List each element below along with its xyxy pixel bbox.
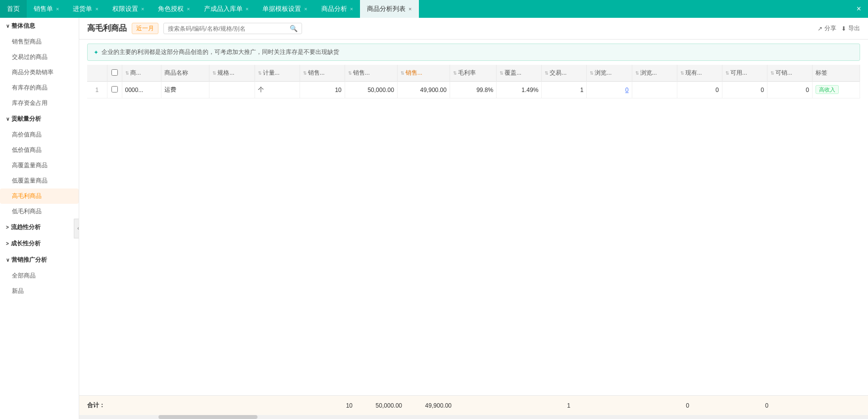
sidebar-item-新品[interactable]: 新品 (0, 283, 79, 299)
sidebar-section-贡献量分析[interactable]: ∨贡献量分析 (0, 111, 79, 127)
info-icon: ✦ (94, 49, 99, 56)
sidebar-item-库存资金占用[interactable]: 库存资金占用 (0, 95, 79, 111)
select-all-checkbox[interactable] (111, 69, 118, 76)
col-header-available-stock[interactable]: ⇅可用... (722, 65, 767, 82)
nav-tab-单据模板设置[interactable]: 单据模板设置× (255, 0, 314, 18)
search-icon[interactable]: 🔍 (290, 25, 298, 32)
footer-sales-cost: 49,900.00 (402, 402, 452, 409)
content-header: 高毛利商品 近一月 🔍 ↗ 分享 ⬇ 导出 (79, 18, 868, 40)
footer-current-stock: 0 (650, 402, 689, 409)
nav-tab-商品分析[interactable]: 商品分析× (314, 0, 360, 18)
col-header-browse-rate[interactable]: ⇅浏览... (632, 65, 677, 82)
cell-transactions: 1 (542, 82, 587, 98)
period-button[interactable]: 近一月 (132, 23, 158, 34)
tab-close-icon[interactable]: × (187, 6, 190, 12)
col-header-name: 商品名称 (161, 65, 209, 82)
sidebar-item-销售型商品[interactable]: 销售型商品 (0, 34, 79, 49)
page-title: 高毛利商品 (87, 23, 127, 34)
sidebar-item-低价值商品[interactable]: 低价值商品 (0, 142, 79, 158)
cell-sales-qty: 10 (300, 82, 345, 98)
nav-tab-商品分析列表[interactable]: 商品分析列表× (360, 0, 418, 18)
nav-tab-销售单[interactable]: 销售单× (27, 0, 66, 18)
cell-name: 运费 (161, 82, 209, 98)
export-button[interactable]: ⬇ 导出 (841, 24, 860, 33)
sidebar-item-低覆盖量商品[interactable]: 低覆盖量商品 (0, 173, 79, 188)
col-header-current-stock[interactable]: ⇅现有... (677, 65, 722, 82)
tab-close-icon[interactable]: × (246, 6, 249, 12)
arrow-icon: > (6, 241, 9, 246)
col-header-unit[interactable]: ⇅计量... (255, 65, 300, 82)
cell-sales-cost: 49,900.00 (397, 82, 450, 98)
cell-available-stock: 0 (722, 82, 767, 98)
cell-code: 0000... (122, 82, 161, 98)
share-icon: ↗ (817, 25, 822, 32)
nav-tab-产成品入库单[interactable]: 产成品入库单× (197, 0, 255, 18)
cell-sales-amt: 50,000.00 (345, 82, 397, 98)
cell-spec (209, 82, 255, 98)
sidebar-section-流趋性分析[interactable]: >流趋性分析 (0, 219, 79, 235)
col-header-num (87, 65, 107, 82)
sidebar-item-商品分类助销率[interactable]: 商品分类助销率 (0, 65, 79, 80)
cell-num: 1 (87, 82, 107, 98)
tab-close-icon[interactable]: × (408, 6, 411, 12)
table-footer: 合计： 10 50,000.00 49,900.00 1 0 (79, 395, 868, 415)
cell-unit: 个 (255, 82, 300, 98)
cell-coverage: 1.49% (497, 82, 542, 98)
sidebar-item-高覆盖量商品[interactable]: 高覆盖量商品 (0, 158, 79, 173)
col-header-sales-cost[interactable]: ⇅销售... (397, 65, 450, 82)
sidebar-section-整体信息[interactable]: ∨整体信息 (0, 18, 79, 34)
nav-tab-进货单[interactable]: 进货单× (66, 0, 105, 18)
col-header-code[interactable]: ⇅商... (122, 65, 161, 82)
col-header-coverage[interactable]: ⇅覆盖... (497, 65, 542, 82)
info-banner: ✦ 企业的主要的利润都是这部分商品创造的，可考虑加大推广，同时关注库存是不要出现… (87, 44, 860, 61)
horizontal-scrollbar[interactable] (79, 415, 868, 419)
share-button[interactable]: ↗ 分享 (817, 24, 836, 33)
col-header-sales-qty[interactable]: ⇅销售... (300, 65, 345, 82)
cell-gross-rate: 99.8% (450, 82, 496, 98)
tag-badge: 高收入 (816, 85, 839, 94)
sidebar-item-交易过的商品[interactable]: 交易过的商品 (0, 49, 79, 65)
tab-close-icon[interactable]: × (304, 6, 307, 12)
sidebar-section-营销推广分析[interactable]: ∨营销推广分析 (0, 252, 79, 268)
top-navigation: 首页销售单×进货单×权限设置×角色授权×产成品入库单×单据模板设置×商品分析×商… (0, 0, 868, 18)
tab-close-icon[interactable]: × (95, 6, 98, 12)
footer-sales-amt: 50,000.00 (353, 402, 402, 409)
sidebar-item-低毛利商品[interactable]: 低毛利商品 (0, 204, 79, 219)
col-header-spec[interactable]: ⇅规格... (209, 65, 255, 82)
search-box: 🔍 (163, 23, 302, 34)
row-checkbox[interactable] (111, 86, 118, 93)
sidebar-item-有库存的商品[interactable]: 有库存的商品 (0, 80, 79, 95)
nav-tab-首页[interactable]: 首页 (0, 0, 27, 18)
footer-sellable-stock: 0 (729, 402, 768, 409)
tab-close-icon[interactable]: × (141, 6, 144, 12)
data-table: ⇅商... 商品名称 ⇅规格... ⇅计量... ⇅销售... ⇅销售... ⇅… (87, 65, 860, 98)
sidebar-section-成长性分析[interactable]: >成长性分析 (0, 235, 79, 252)
sidebar-collapse-button[interactable]: « (74, 219, 79, 238)
col-header-gross-rate[interactable]: ⇅毛利率 (450, 65, 496, 82)
close-all-button[interactable]: × (850, 0, 868, 18)
cell-browse-qty[interactable]: 0 (587, 82, 632, 98)
arrow-icon: ∨ (6, 257, 9, 263)
arrow-icon: ∨ (6, 23, 9, 29)
sidebar-item-高价值商品[interactable]: 高价值商品 (0, 127, 79, 142)
nav-tab-角色授权[interactable]: 角色授权× (151, 0, 197, 18)
col-header-sales-amt[interactable]: ⇅销售... (345, 65, 397, 82)
col-header-checkbox[interactable] (107, 65, 122, 82)
cell-checkbox[interactable] (107, 82, 122, 98)
footer-label: 合计： (87, 401, 105, 410)
footer-transactions: 1 (531, 402, 570, 409)
sidebar-item-高毛利商品[interactable]: 高毛利商品 (0, 188, 79, 204)
nav-tab-权限设置[interactable]: 权限设置× (105, 0, 151, 18)
cell-current-stock: 0 (677, 82, 722, 98)
sidebar-item-全部商品[interactable]: 全部商品 (0, 268, 79, 283)
tab-close-icon[interactable]: × (350, 6, 353, 12)
col-header-browse-qty[interactable]: ⇅浏览... (587, 65, 632, 82)
tab-close-icon[interactable]: × (56, 6, 59, 12)
search-input[interactable] (168, 25, 290, 32)
header-actions: ↗ 分享 ⬇ 导出 (817, 24, 860, 33)
col-header-transactions[interactable]: ⇅交易... (542, 65, 587, 82)
col-header-sellable-stock[interactable]: ⇅可销... (767, 65, 812, 82)
cell-browse-rate (632, 82, 677, 98)
footer-sales-qty: 10 (313, 402, 353, 409)
arrow-icon: > (6, 225, 9, 230)
